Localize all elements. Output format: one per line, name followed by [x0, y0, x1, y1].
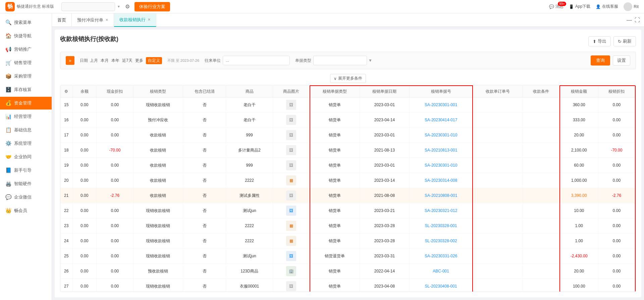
cell-writeoff-amount: 3,390.00 — [560, 188, 598, 203]
date-7days[interactable]: 近7天 — [122, 58, 132, 63]
export-button[interactable]: ⬆ 导出 — [588, 36, 611, 46]
date-this-month[interactable]: 本月 — [101, 58, 109, 63]
table-row: 20 0.00 0.00 收款核销 否 2222 ▦ 销货单 2023-03-1… — [60, 173, 635, 188]
export-label: 导出 — [598, 38, 606, 44]
bill-no-link[interactable]: SL-20230328-002 — [425, 239, 457, 243]
tab-expand-button[interactable]: ⛶ — [635, 17, 640, 23]
bill-no-link[interactable]: SA-20230301-010 — [425, 133, 457, 137]
cell-writeoff-bill-type: 销货单 — [310, 279, 360, 292]
cell-id: 18 — [60, 143, 72, 158]
cell-id: 17 — [60, 128, 72, 143]
sidebar-item-basic-info[interactable]: 📋 基础信息 — [0, 124, 52, 136]
cell-writeoff-type: 预收款核销 — [133, 264, 183, 279]
cell-writeoff-discount: 0.00 — [598, 128, 635, 143]
sidebar-item-corp-wechat[interactable]: 💬 企业微信 — [0, 191, 52, 204]
filter-expand-icon[interactable]: » — [66, 56, 74, 65]
refresh-button[interactable]: ↻ 刷新 — [613, 36, 636, 46]
page-title: 收款核销执行(按收款) — [60, 35, 118, 43]
filter-settings-button[interactable]: 设置 — [613, 55, 630, 66]
tab-prepay-close[interactable]: ✕ — [105, 18, 108, 22]
user-avatar[interactable]: Rit — [624, 2, 639, 11]
bill-no-link[interactable]: SL-20230328-001 — [425, 223, 457, 228]
bill-no-link[interactable]: SL-20230408-001 — [425, 284, 457, 289]
th-receipt-condition: 收款条件 — [523, 86, 560, 97]
cell-writeoff-amount: -2,430.00 — [560, 249, 598, 264]
date-more[interactable]: 更多 — [135, 58, 143, 63]
bill-no-link[interactable]: SA-20230301-001 — [425, 102, 457, 107]
tab-home[interactable]: 首页 — [52, 13, 72, 27]
sidebar-item-quick-nav[interactable]: 🏠 快捷导航 — [0, 30, 52, 42]
sidebar-item-inventory[interactable]: 🗄️ 库存核算 — [0, 83, 52, 96]
cell-cash-discount: 0.00 — [97, 218, 133, 233]
bill-type-select[interactable] — [313, 56, 367, 65]
sidebar-item-smart-hw[interactable]: 🖨️ 智能硬件 — [0, 177, 52, 190]
app-download-link[interactable]: 📱 App下载 — [569, 4, 590, 9]
sidebar-label-operations: 经营管理 — [14, 114, 32, 120]
sidebar-label-system: 系统管理 — [14, 140, 32, 146]
dropdown-arrow-icon[interactable]: ▼ — [117, 5, 120, 8]
tab-prepay[interactable]: 预付冲应付单 ✕ — [72, 13, 114, 27]
sidebar-item-operations[interactable]: 📊 经营管理 — [0, 110, 52, 123]
online-service-link[interactable]: 👤 在线客服 — [596, 4, 618, 9]
cell-writeoff-bill-type: 销货单 — [310, 264, 360, 279]
app-icon: 📱 — [569, 4, 574, 9]
expand-label: 展开更多条件 — [338, 76, 362, 81]
sidebar-item-corp-collab[interactable]: 🤝 企业协同 — [0, 151, 52, 163]
cell-cash-discount: -70.00 — [97, 143, 133, 158]
sidebar-item-starter[interactable]: 📘 新手引导 — [0, 164, 52, 177]
sidebar-item-marketing[interactable]: 📢 营销推广 — [0, 43, 52, 56]
date-last-month[interactable]: 上月 — [90, 58, 98, 63]
cell-writeoff-bill-type: 销货单 — [310, 128, 360, 143]
th-cash-discount: 现金折扣 — [97, 86, 133, 97]
bill-no-link[interactable]: SA-20230301-010 — [425, 163, 457, 168]
cell-product: 999 — [226, 128, 273, 143]
table-container[interactable]: ⚙ 余额 现金折扣 核销类型 包含已结清 商品 商品图片 核销单据类型 核销单据… — [60, 85, 636, 292]
expand-conditions-button[interactable]: ∨ 展开更多条件 — [330, 74, 366, 83]
search-icon: 🔍 — [5, 19, 11, 26]
query-button[interactable]: 查询 — [591, 55, 610, 66]
sidebar-item-search[interactable]: 🔍 搜索菜单 — [0, 16, 52, 29]
top-search-input[interactable] — [61, 2, 115, 11]
cell-include-settled: 否 — [183, 173, 226, 188]
date-this-year[interactable]: 本年 — [111, 58, 119, 63]
th-product: 商品 — [226, 86, 273, 97]
bill-no-link[interactable]: SA-20230331-026 — [425, 254, 457, 258]
cell-id: 20 — [60, 173, 72, 188]
cell-receipt-order-no — [473, 203, 523, 218]
bill-no-link[interactable]: ABC-001 — [433, 269, 449, 273]
page-actions: ⬆ 导出 ↻ 刷新 — [588, 36, 636, 46]
bill-no-link[interactable]: SA-20230314-008 — [425, 178, 457, 183]
tab-collection-close[interactable]: ✕ — [148, 17, 151, 22]
sidebar-item-finance[interactable]: 💰 资金管理 — [0, 97, 52, 110]
th-settings[interactable]: ⚙ — [60, 86, 72, 97]
sidebar-item-system[interactable]: ⚙️ 系统管理 — [0, 137, 52, 150]
unit-filter-input[interactable] — [223, 56, 290, 65]
cell-balance: 0.00 — [72, 97, 97, 113]
tab-collection[interactable]: 收款核销执行 ✕ — [114, 13, 156, 27]
cell-writeoff-bill-date: 2023-03-01 — [360, 128, 409, 143]
cell-writeoff-discount: 0.00 — [598, 233, 635, 249]
sidebar-label-corp-collab: 企业协同 — [14, 154, 32, 160]
cell-writeoff-bill-date: 2023-03-01 — [360, 158, 409, 173]
sidebar-item-member[interactable]: 👑 畅会员 — [0, 204, 52, 217]
cell-product-img: 🖼 — [273, 113, 310, 128]
cell-product: 衣服00001 — [226, 279, 273, 292]
cell-writeoff-bill-no: SL-20230328-001 — [409, 218, 473, 233]
bill-no-link[interactable]: SA-20210813-001 — [425, 148, 457, 153]
settings-gear-button[interactable]: ⚙ — [123, 2, 132, 11]
sidebar-item-sales[interactable]: 🛒 销售管理 — [0, 56, 52, 69]
cell-id: 15 — [60, 97, 72, 113]
bill-no-link[interactable]: SA-20230321-012 — [425, 208, 457, 213]
date-custom[interactable]: 自定义 — [146, 57, 162, 64]
cell-id: 19 — [60, 158, 72, 173]
message-button[interactable]: 💬 消息 99+ — [549, 4, 564, 9]
cell-writeoff-type: 现销收款核销 — [133, 218, 183, 233]
sidebar-label-smart-hw: 智能硬件 — [14, 181, 32, 187]
bill-no-link[interactable]: SA-20210808-001 — [425, 193, 457, 198]
logo-text: 畅捷通好生意 标准版 — [17, 4, 54, 9]
filter-actions: 查询 设置 — [591, 55, 630, 66]
bill-no-link[interactable]: SA-20230414-017 — [425, 118, 457, 122]
tab-minimize-button[interactable]: — — [627, 17, 632, 23]
sidebar-item-purchase[interactable]: 📦 采购管理 — [0, 70, 52, 83]
solution-button[interactable]: 休验行业方案 — [135, 2, 170, 11]
